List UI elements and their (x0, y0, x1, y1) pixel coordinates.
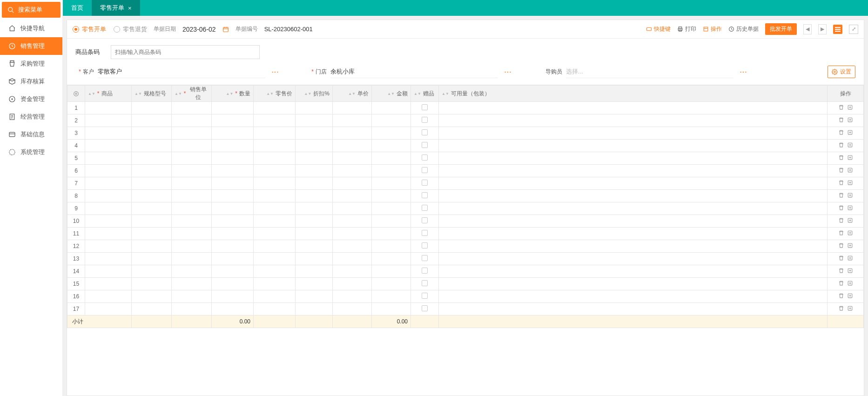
cell-spec[interactable] (132, 228, 172, 240)
cell-discount[interactable] (296, 165, 333, 177)
cell-retail-price[interactable] (254, 140, 296, 152)
cell-qty[interactable] (212, 253, 254, 265)
add-row-icon[interactable] (847, 293, 853, 299)
add-row-icon[interactable] (847, 230, 853, 236)
table-row[interactable]: 7 (67, 177, 864, 190)
add-row-icon[interactable] (847, 104, 853, 110)
table-row[interactable]: 14 (67, 265, 864, 278)
gift-checkbox[interactable] (422, 217, 428, 223)
cell-amount[interactable] (372, 190, 411, 202)
cell-qty[interactable] (212, 303, 254, 315)
cell-spec[interactable] (132, 190, 172, 202)
table-row[interactable]: 11 (67, 228, 864, 240)
cell-retail-price[interactable] (254, 253, 296, 265)
table-row[interactable]: 4 (67, 140, 864, 152)
cell-unit[interactable] (172, 140, 212, 152)
cell-spec[interactable] (132, 140, 172, 152)
table-row[interactable]: 5 (67, 152, 864, 165)
guide-field[interactable]: 选择... (566, 66, 733, 78)
delete-row-icon[interactable] (838, 230, 844, 236)
gift-checkbox[interactable] (422, 205, 428, 211)
cell-unit[interactable] (172, 240, 212, 253)
table-row[interactable]: 9 (67, 202, 864, 215)
cell-gift[interactable] (411, 102, 439, 114)
store-more-icon[interactable]: ··· (502, 69, 515, 75)
sidebar-item-2[interactable]: 采购管理 (0, 55, 62, 73)
cell-unit-price[interactable] (333, 127, 372, 140)
cell-retail-price[interactable] (254, 290, 296, 303)
guide-more-icon[interactable]: ··· (737, 69, 750, 75)
table-row[interactable]: 13 (67, 253, 864, 265)
col-discount[interactable]: ▲▼折扣% (296, 86, 333, 102)
cell-product[interactable] (85, 240, 132, 253)
cell-product[interactable] (85, 152, 132, 165)
delete-row-icon[interactable] (838, 167, 844, 173)
cell-retail-price[interactable] (254, 127, 296, 140)
delete-row-icon[interactable] (838, 242, 844, 248)
cell-product[interactable] (85, 165, 132, 177)
print-link[interactable]: 打印 (677, 25, 696, 33)
cell-spec[interactable] (132, 240, 172, 253)
cell-amount[interactable] (372, 228, 411, 240)
cell-product[interactable] (85, 265, 132, 278)
gift-checkbox[interactable] (422, 230, 428, 236)
radio-retail-return[interactable]: 零售退货 (114, 25, 147, 34)
list-mode-button[interactable] (833, 25, 842, 34)
cell-gift[interactable] (411, 202, 439, 215)
sidebar-item-4[interactable]: 资金管理 (0, 90, 62, 108)
cell-amount[interactable] (372, 202, 411, 215)
cell-unit[interactable] (172, 177, 212, 190)
cell-gift[interactable] (411, 152, 439, 165)
table-row[interactable]: 16 (67, 290, 864, 303)
cell-discount[interactable] (296, 102, 333, 114)
calendar-icon[interactable] (222, 26, 229, 33)
cell-spec[interactable] (132, 114, 172, 127)
next-doc-button[interactable]: ▶ (818, 24, 827, 34)
cell-unit-price[interactable] (333, 253, 372, 265)
cell-discount[interactable] (296, 278, 333, 290)
add-row-icon[interactable] (847, 305, 853, 311)
cell-unit-price[interactable] (333, 140, 372, 152)
delete-row-icon[interactable] (838, 217, 844, 223)
delete-row-icon[interactable] (838, 142, 844, 148)
cell-retail-price[interactable] (254, 165, 296, 177)
gift-checkbox[interactable] (422, 154, 428, 161)
add-row-icon[interactable] (847, 268, 853, 274)
shortcut-link[interactable]: 快捷键 (646, 25, 671, 33)
cell-spec[interactable] (132, 265, 172, 278)
cell-gift[interactable] (411, 290, 439, 303)
cell-amount[interactable] (372, 140, 411, 152)
sidebar-item-5[interactable]: 经营管理 (0, 108, 62, 126)
cell-product[interactable] (85, 228, 132, 240)
col-amount[interactable]: ▲▼金额 (372, 86, 411, 102)
cell-unit[interactable] (172, 265, 212, 278)
cell-qty[interactable] (212, 190, 254, 202)
search-menu-button[interactable]: 搜索菜单 (2, 2, 61, 18)
delete-row-icon[interactable] (838, 129, 844, 135)
delete-row-icon[interactable] (838, 255, 844, 261)
col-product[interactable]: ▲▼*商品 (85, 86, 132, 102)
sidebar-item-3[interactable]: 库存核算 (0, 73, 62, 90)
cell-qty[interactable] (212, 114, 254, 127)
cell-qty[interactable] (212, 152, 254, 165)
table-row[interactable]: 15 (67, 278, 864, 290)
close-icon[interactable]: × (128, 5, 132, 12)
delete-row-icon[interactable] (838, 104, 844, 110)
cell-unit[interactable] (172, 152, 212, 165)
tab-0[interactable]: 首页 (63, 0, 92, 16)
cell-amount[interactable] (372, 177, 411, 190)
add-row-icon[interactable] (847, 142, 853, 148)
gift-checkbox[interactable] (422, 129, 428, 135)
cell-unit-price[interactable] (333, 102, 372, 114)
sidebar-item-0[interactable]: 快捷导航 (0, 20, 62, 37)
cell-product[interactable] (85, 290, 132, 303)
add-row-icon[interactable] (847, 280, 853, 286)
cell-retail-price[interactable] (254, 278, 296, 290)
add-row-icon[interactable] (847, 205, 853, 211)
cell-gift[interactable] (411, 278, 439, 290)
sidebar-item-7[interactable]: 系统管理 (0, 143, 62, 161)
cell-spec[interactable] (132, 253, 172, 265)
cell-qty[interactable] (212, 102, 254, 114)
history-link[interactable]: 历史单据 (728, 25, 759, 33)
add-row-icon[interactable] (847, 167, 853, 173)
